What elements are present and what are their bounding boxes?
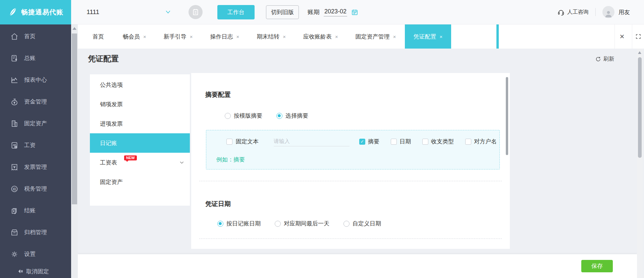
close-tab-icon[interactable]: ×: [393, 34, 396, 40]
close-tab-icon[interactable]: ×: [283, 34, 286, 40]
radio-icon: [225, 113, 231, 119]
tab-receivable-aging[interactable]: 应收账龄表×: [294, 24, 347, 49]
sidebar-item-general-ledger[interactable]: 总账: [0, 47, 71, 69]
tab-period-end-carryover[interactable]: 期末结转×: [248, 24, 294, 49]
tab-beginner-guide[interactable]: 新手引导×: [155, 24, 202, 49]
tab-home[interactable]: 首页: [83, 24, 114, 49]
checkbox-income-expense-type[interactable]: 收支类型: [422, 138, 454, 145]
checkbox-icon[interactable]: [226, 139, 232, 145]
radio-period-last-day[interactable]: 对应期间最后一天: [275, 220, 329, 227]
fixed-text-input[interactable]: [274, 136, 350, 146]
unpin-sidebar-button[interactable]: 取消固定: [0, 265, 71, 278]
gear-icon: [10, 250, 18, 258]
support-label: 人工咨询: [567, 9, 589, 16]
collapse-left-icon: [17, 268, 24, 275]
workbench-button[interactable]: 工作台: [217, 5, 255, 19]
sidebar-item-home[interactable]: 首页: [0, 25, 71, 47]
sidebar-nav: 首页 总账 报表中心 资金管理 固定资产 工资 发票管理 税 税务管理 结账 归…: [0, 24, 71, 278]
sidebar-item-settings[interactable]: 设置: [0, 243, 71, 265]
radio-icon: [275, 221, 281, 227]
page-scrollbar[interactable]: [637, 49, 643, 278]
user-name[interactable]: 用友: [619, 8, 630, 16]
page-title: 凭证配置: [88, 54, 119, 64]
chevron-down-icon[interactable]: [179, 160, 184, 165]
voucher-date-heading: 凭证日期: [205, 200, 231, 208]
switch-old-version-button[interactable]: 切到旧版: [266, 5, 299, 19]
close-all-tabs-button[interactable]: ×: [614, 24, 629, 49]
fullscreen-icon[interactable]: [632, 24, 644, 49]
scroll-up-arrow-icon[interactable]: [72, 27, 76, 30]
radio-selected-icon: [276, 113, 282, 119]
radio-selected-icon: [217, 221, 223, 227]
close-tab-icon[interactable]: ×: [143, 34, 146, 40]
radio-icon: [343, 221, 350, 227]
sidebar-item-archive[interactable]: 归档管理: [0, 221, 71, 243]
menu-item-purchase-invoice[interactable]: 进项发票: [90, 114, 190, 133]
company-select[interactable]: 1111: [87, 8, 171, 16]
footer-action-bar: 保存: [78, 254, 637, 278]
menu-item-sales-invoice[interactable]: 销项发票: [90, 94, 190, 114]
panel-scrollbar-thumb[interactable]: [506, 77, 508, 155]
section-divider: [199, 181, 502, 181]
close-tab-icon[interactable]: ×: [190, 34, 193, 40]
user-avatar[interactable]: [602, 6, 614, 18]
svg-text:税: 税: [13, 187, 16, 191]
radio-template-summary[interactable]: 按模版摘要: [225, 112, 262, 120]
sidebar-scrollbar-thumb[interactable]: [72, 33, 77, 204]
refresh-button[interactable]: 刷新: [595, 56, 614, 63]
menu-item-journal[interactable]: 日记账: [90, 133, 190, 153]
sidebar-item-report-center[interactable]: 报表中心: [0, 69, 71, 91]
headset-icon: [557, 9, 565, 16]
checkbox-icon[interactable]: [465, 139, 471, 145]
save-button[interactable]: 保存: [581, 260, 613, 272]
live-support[interactable]: 人工咨询: [557, 9, 589, 16]
tab-bar: 首页 畅会员× 新手引导× 操作日志× 期末结转× 应收账龄表× 固定资产管理×…: [78, 24, 644, 49]
scroll-up-arrow-icon[interactable]: [638, 51, 641, 54]
menu-item-fixed-assets[interactable]: 固定资产: [90, 172, 190, 192]
top-bar: 畅捷通易代账 1111 工作台 切到旧版 账期 2023-02 人工咨询 用友: [0, 0, 644, 24]
building-icon: [10, 120, 18, 128]
closing-icon: [10, 207, 18, 215]
menu-item-salary-sheet[interactable]: 工资表 NEW: [90, 153, 190, 172]
radio-select-summary[interactable]: 选择摘要: [276, 112, 308, 120]
page-scrollbar-thumb[interactable]: [638, 57, 642, 158]
notepad-icon[interactable]: [189, 5, 203, 19]
checkbox-date[interactable]: 日期: [391, 138, 411, 145]
tab-operation-log[interactable]: 操作日志×: [202, 24, 248, 49]
accounting-period: 账期 2023-02: [308, 8, 358, 16]
sidebar-item-tax[interactable]: 税 税务管理: [0, 178, 71, 200]
checkbox-summary[interactable]: ✓ 摘要: [359, 138, 379, 145]
sidebar-item-salary[interactable]: 工资: [0, 134, 71, 156]
logo-feather-icon: [8, 7, 18, 17]
fixed-text-option[interactable]: 固定文本: [226, 138, 259, 145]
app-logo: 畅捷通易代账: [0, 0, 71, 24]
radio-custom-date[interactable]: 自定义日期: [343, 220, 381, 227]
sidebar-item-fixed-assets[interactable]: 固定资产: [0, 113, 71, 134]
calendar-icon[interactable]: [351, 9, 358, 16]
close-tab-icon[interactable]: ×: [236, 34, 239, 40]
radio-journal-date[interactable]: 按日记账日期: [217, 220, 261, 227]
menu-item-common-options[interactable]: 公共选项: [90, 75, 190, 94]
sidebar-item-funds[interactable]: 资金管理: [0, 91, 71, 113]
voucher-date-radio-group: 按日记账日期 对应期间最后一天 自定义日期: [217, 220, 381, 227]
checkbox-icon[interactable]: [391, 139, 397, 145]
checkbox-icon[interactable]: [422, 139, 428, 145]
voucher-config-panel: 摘要配置 按模版摘要 选择摘要 固定文本 ✓ 摘要 日期: [191, 73, 510, 249]
salary-icon: [10, 141, 18, 149]
chevron-down-icon: [165, 9, 171, 15]
checkbox-checked-icon[interactable]: ✓: [359, 139, 365, 145]
tab-fixed-assets-mgmt[interactable]: 固定资产管理×: [347, 24, 405, 49]
close-tab-icon[interactable]: ×: [335, 34, 338, 40]
sidebar-item-closing[interactable]: 结账: [0, 200, 71, 221]
checkbox-counterparty-name[interactable]: 对方户名: [465, 138, 497, 145]
tab-member[interactable]: 畅会员×: [114, 24, 155, 49]
period-label: 账期: [308, 8, 320, 16]
sidebar-scrollbar[interactable]: [71, 24, 78, 278]
sidebar-item-invoice[interactable]: 发票管理: [0, 156, 71, 178]
tab-voucher-config[interactable]: 凭证配置×: [405, 24, 451, 49]
example-text: 例如：摘要: [216, 156, 245, 163]
close-tab-icon[interactable]: ×: [440, 34, 443, 40]
period-value[interactable]: 2023-02: [324, 8, 347, 16]
summary-config-heading: 摘要配置: [205, 90, 231, 99]
summary-mode-radio-group: 按模版摘要 选择摘要: [225, 112, 308, 120]
